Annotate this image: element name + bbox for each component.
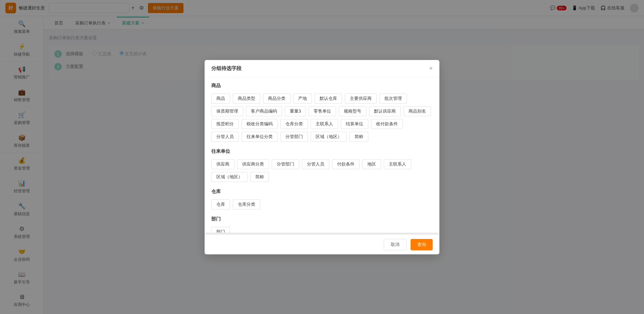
field-tag-分管人员[interactable]: 分管人员 (302, 159, 329, 169)
field-tag-保质期管理[interactable]: 保质期管理 (211, 106, 243, 116)
modal-close-btn[interactable]: × (429, 65, 433, 71)
field-tag-收付款条件[interactable]: 收付款条件 (371, 119, 403, 129)
modal-footer: 取消 查询 (205, 235, 439, 254)
field-tag-仓库分类[interactable]: 仓库分类 (233, 199, 260, 209)
field-tag-部门[interactable]: 部门 (211, 227, 230, 233)
fields-grid-warehouse: 仓库仓库分类 (211, 199, 433, 209)
cancel-btn[interactable]: 取消 (384, 239, 407, 250)
section-department: 部门部门 (211, 216, 433, 233)
field-select-modal: 分组待选字段 × 商品商品商品类型商品分类产地默认仓库主要供应商批次管理保质期管… (205, 60, 439, 254)
field-tag-拣货积分[interactable]: 拣货积分 (211, 119, 239, 129)
field-tag-商品类型[interactable]: 商品类型 (233, 93, 260, 104)
field-tag-分管部门[interactable]: 分管部门 (280, 132, 308, 142)
field-tag-默认仓库[interactable]: 默认仓库 (315, 93, 342, 104)
field-tag-主要供应商[interactable]: 主要供应商 (345, 93, 377, 104)
modal-overlay: 分组待选字段 × 商品商品商品类型商品分类产地默认仓库主要供应商批次管理保质期管… (0, 0, 644, 314)
field-tag-客户商品编码[interactable]: 客户商品编码 (246, 106, 282, 116)
field-tag-区域（地区）[interactable]: 区域（地区） (311, 132, 347, 142)
field-tag-仓库分类[interactable]: 仓库分类 (280, 119, 308, 129)
field-tag-商品[interactable]: 商品 (211, 93, 230, 104)
field-tag-简称[interactable]: 简称 (250, 172, 269, 182)
modal-header: 分组待选字段 × (205, 60, 439, 77)
fields-grid-counterparty: 供应商供应商分类分管部门分管人员付款条件地区主联系人区域（地区）简称 (211, 159, 433, 182)
section-goods: 商品商品商品类型商品分类产地默认仓库主要供应商批次管理保质期管理客户商品编码重量… (211, 83, 433, 142)
fields-grid-department: 部门 (211, 227, 433, 233)
section-warehouse: 仓库仓库仓库分类 (211, 189, 433, 209)
field-tag-主联系人[interactable]: 主联系人 (384, 159, 411, 169)
field-tag-重量3[interactable]: 重量3 (285, 106, 306, 116)
field-tag-供应商[interactable]: 供应商 (211, 159, 234, 169)
field-tag-产地[interactable]: 产地 (293, 93, 312, 104)
modal-title: 分组待选字段 (211, 65, 241, 72)
field-tag-商品别名[interactable]: 商品别名 (404, 106, 431, 116)
section-title-warehouse: 仓库 (211, 189, 433, 196)
fields-grid-goods: 商品商品类型商品分类产地默认仓库主要供应商批次管理保质期管理客户商品编码重量3零… (211, 93, 433, 142)
field-tag-往来单位分类[interactable]: 往来单位分类 (241, 132, 278, 142)
field-tag-仓库[interactable]: 仓库 (211, 199, 230, 209)
field-tag-批次管理[interactable]: 批次管理 (379, 93, 407, 104)
field-tag-商品分类[interactable]: 商品分类 (263, 93, 290, 104)
field-tag-分管人员[interactable]: 分管人员 (211, 132, 239, 142)
field-tag-区域（地区）[interactable]: 区域（地区） (211, 172, 248, 182)
field-tag-供应商分类[interactable]: 供应商分类 (237, 159, 269, 169)
field-tag-默认供应商[interactable]: 默认供应商 (369, 106, 401, 116)
field-tag-主联系人[interactable]: 主联系人 (311, 119, 338, 129)
field-tag-付款条件[interactable]: 付款条件 (332, 159, 360, 169)
modal-body: 商品商品商品类型商品分类产地默认仓库主要供应商批次管理保质期管理客户商品编码重量… (205, 77, 439, 233)
section-title-counterparty: 往来单位 (211, 148, 433, 156)
field-tag-零售单位[interactable]: 零售单位 (309, 106, 336, 116)
field-tag-分管部门[interactable]: 分管部门 (272, 159, 299, 169)
field-tag-规格型号[interactable]: 规格型号 (339, 106, 366, 116)
field-tag-地区[interactable]: 地区 (362, 159, 381, 169)
section-counterparty: 往来单位供应商供应商分类分管部门分管人员付款条件地区主联系人区域（地区）简称 (211, 148, 433, 182)
field-tag-税收分类编码[interactable]: 税收分类编码 (241, 119, 278, 129)
field-tag-结算单位[interactable]: 结算单位 (341, 119, 368, 129)
field-tag-简称[interactable]: 简称 (350, 132, 368, 142)
confirm-btn[interactable]: 查询 (411, 239, 433, 250)
section-title-department: 部门 (211, 216, 433, 224)
section-title-goods: 商品 (211, 83, 433, 90)
